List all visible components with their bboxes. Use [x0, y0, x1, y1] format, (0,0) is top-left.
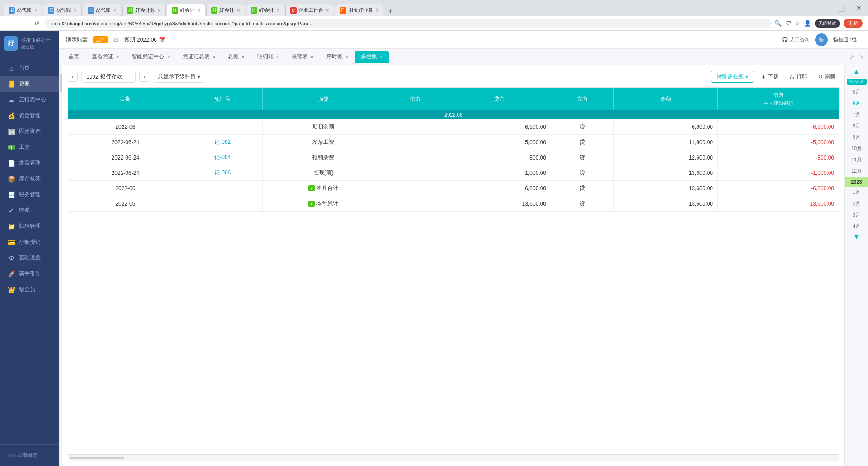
cal-month-aug[interactable]: 8月	[845, 120, 868, 132]
tab-sequence[interactable]: 序时账 ×	[321, 51, 354, 63]
reload-button[interactable]: ↺	[33, 19, 42, 28]
calendar-up-arrow[interactable]: ▲	[852, 67, 861, 77]
main-content: 演示账套 启用 ⚙ 账期 2022-06 📅 🎧 人工咨询 畅 畅捷通B组...…	[59, 31, 868, 466]
star-icon[interactable]: ☆	[795, 20, 800, 27]
cal-month-may[interactable]: 5月	[845, 86, 868, 98]
browser-tab-7[interactable]: 好 好会计 ×	[246, 4, 284, 16]
maximize-button[interactable]: ⬜	[835, 4, 848, 13]
cal-month-sep[interactable]: 9月	[845, 132, 868, 143]
tab-voucher-summary-close[interactable]: ×	[212, 54, 215, 60]
browser-tab-6[interactable]: 好 好会计 ×	[206, 4, 245, 16]
settings-gear-icon[interactable]: ⚙	[113, 36, 119, 43]
tab-multi-col-close[interactable]: ×	[380, 54, 382, 60]
horizontal-scrollbar[interactable]	[68, 454, 839, 461]
tab-detail-ledger-close[interactable]: ×	[276, 54, 279, 60]
tab-close-5[interactable]: ×	[198, 8, 200, 13]
tab-close-1[interactable]: ×	[34, 8, 37, 13]
next-account-button[interactable]: ›	[139, 72, 149, 82]
close-window-button[interactable]: ✕	[854, 4, 864, 13]
sidebar-item-guide[interactable]: 🚀 新手引导	[0, 266, 59, 282]
sidebar-item-settings[interactable]: ⚙ 基础设置	[0, 250, 59, 266]
sidebar-item-home[interactable]: ⌂ 首页	[0, 60, 59, 76]
cal-month-nov[interactable]: 11月	[845, 154, 868, 165]
cal-month-june[interactable]: 6月	[845, 98, 868, 109]
tab-multi-col[interactable]: 多栏账 ×	[355, 51, 388, 63]
tab-balance[interactable]: 余额表 ×	[286, 51, 319, 63]
profile-icon[interactable]: 👤	[804, 20, 811, 27]
tab-close-8[interactable]: ×	[326, 8, 329, 13]
cal-month-july[interactable]: 7月	[845, 109, 868, 120]
download-button[interactable]: ⬇ 下载	[758, 71, 782, 82]
sidebar-item-asset[interactable]: 🏢 固定资产	[0, 123, 59, 139]
tab-close-6[interactable]: ×	[237, 8, 240, 13]
browser-tab-3[interactable]: 易 易代账 ×	[83, 4, 121, 16]
cell-balance: 13,600.00	[614, 196, 718, 212]
calendar-down-arrow[interactable]: ▼	[852, 232, 861, 242]
calendar-icon[interactable]: 📅	[159, 37, 165, 43]
tab-close-3[interactable]: ×	[113, 8, 116, 13]
tab-voucher-summary[interactable]: 凭证汇总表 ×	[177, 51, 221, 63]
sidebar-item-tax[interactable]: 🧾 税务管理	[0, 187, 59, 202]
sidebar-scroll-thumb[interactable]	[60, 74, 62, 92]
print-button[interactable]: 🖨 打印	[786, 71, 811, 82]
tab-close-4[interactable]: ×	[158, 8, 160, 13]
cell-voucher-link[interactable]: 记-002	[183, 135, 262, 150]
sidebar-item-ledger[interactable]: 📒 总账	[0, 76, 59, 92]
multi-col-button[interactable]: 特殊多栏账 ▾	[711, 71, 754, 83]
sidebar-item-expense[interactable]: 💳 小畅报销	[0, 234, 59, 250]
sidebar-item-salary[interactable]: 💵 工资	[0, 139, 59, 155]
tab-close-2[interactable]: ×	[74, 8, 76, 13]
forward-button[interactable]: →	[19, 19, 29, 28]
url-bar[interactable]: cloud2.chanjet.com/accounting/uh26t264j5…	[45, 19, 771, 28]
account-tag[interactable]: 启用	[93, 36, 108, 43]
tab-general-ledger-close[interactable]: ×	[241, 54, 244, 60]
back-button[interactable]: ←	[5, 19, 15, 28]
tab-home[interactable]: 首页	[62, 51, 85, 63]
sidebar-item-fund[interactable]: 💰 资金管理	[0, 108, 59, 123]
refresh-button[interactable]: ↺ 刷新	[815, 71, 839, 82]
no-trace-label[interactable]: 无痕模式	[815, 19, 840, 28]
tab-voucher-view-close[interactable]: ×	[116, 54, 119, 60]
expand-tabs-button[interactable]: ⤡	[859, 53, 864, 61]
tab-detail-ledger[interactable]: 明细账 ×	[251, 51, 285, 63]
pin-sidebar-button[interactable]: ◁◁ 取消固定	[0, 448, 59, 462]
collapse-tabs-button[interactable]: ⤢	[847, 52, 856, 62]
account-selector[interactable]: 1002 银行存款	[81, 71, 136, 83]
filter-dropdown[interactable]: 只显示下级科目 ▾	[153, 71, 205, 83]
browser-tab-2[interactable]: 易 易代账 ×	[43, 4, 81, 16]
cell-voucher-link[interactable]: 记-006	[183, 165, 262, 181]
consult-button[interactable]: 🎧 人工咨询	[782, 36, 810, 43]
tab-voucher-view[interactable]: 查看凭证 ×	[86, 51, 125, 63]
browser-tab-9[interactable]: 用 用友好业务 ×	[335, 4, 383, 16]
minimize-button[interactable]: —	[818, 4, 830, 13]
tab-close-7[interactable]: ×	[277, 8, 279, 13]
browser-tab-4[interactable]: 好 好会计数 ×	[122, 4, 165, 16]
cal-month-dec[interactable]: 12月	[845, 165, 868, 177]
cal-month-oct[interactable]: 10月	[845, 143, 868, 154]
sidebar-item-close-accounts[interactable]: ✔ 结账	[0, 202, 59, 218]
sidebar-item-member[interactable]: 👑 畅会员	[0, 282, 59, 297]
sidebar-item-archive[interactable]: 📁 归档管理	[0, 218, 59, 234]
tab-smart-voucher-close[interactable]: ×	[167, 54, 170, 60]
cal-month-mar[interactable]: 3月	[845, 209, 868, 221]
h-scroll-thumb[interactable]	[70, 457, 124, 459]
browser-tab-1[interactable]: 易 易代账 ×	[4, 4, 42, 16]
cal-month-feb[interactable]: 2月	[845, 198, 868, 209]
search-icon[interactable]: 🔍	[774, 20, 782, 27]
update-button[interactable]: 更新	[844, 19, 863, 28]
tab-balance-close[interactable]: ×	[311, 54, 313, 60]
cal-month-apr[interactable]: 4月	[845, 221, 868, 232]
tab-sequence-close[interactable]: ×	[345, 54, 348, 60]
browser-tab-5[interactable]: 好 好会计 ×	[167, 4, 205, 16]
new-tab-button[interactable]: +	[384, 7, 396, 16]
cal-month-jan[interactable]: 1月	[845, 187, 868, 198]
sidebar-item-invoice[interactable]: 📄 发票管理	[0, 155, 59, 171]
browser-tab-8[interactable]: C 企业工作台 ×	[285, 4, 334, 16]
sidebar-item-report[interactable]: ☁ 云报表中心	[0, 92, 59, 108]
tab-smart-voucher[interactable]: 智能凭证中心 ×	[126, 51, 175, 63]
tab-close-9[interactable]: ×	[376, 8, 378, 13]
sidebar-item-inventory[interactable]: 📦 库存核算	[0, 171, 59, 187]
cell-voucher-link[interactable]: 记-004	[183, 150, 262, 165]
tab-general-ledger[interactable]: 总账 ×	[222, 51, 250, 63]
prev-account-button[interactable]: ‹	[68, 72, 78, 82]
